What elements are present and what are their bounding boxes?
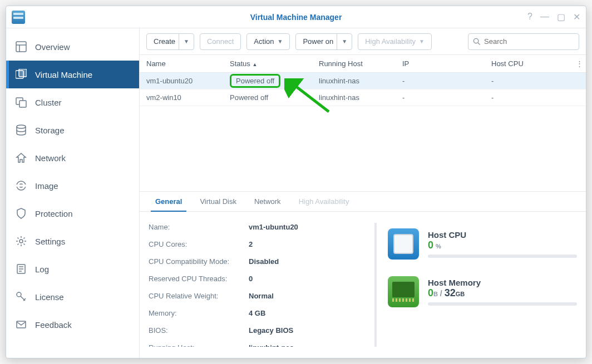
power-button[interactable]: Power on▼: [295, 33, 352, 50]
table-row[interactable]: vm1-ubuntu20 Powered off linuxhint-nas -…: [140, 73, 586, 89]
sidebar-item-virtual-machine[interactable]: Virtual Machine: [6, 61, 139, 88]
sidebar-item-label: Image: [35, 181, 58, 191]
stat-used: 0: [428, 287, 433, 298]
col-more-icon[interactable]: ⋮: [573, 59, 586, 68]
window-controls: ? — ▢ ✕: [527, 12, 580, 22]
prop-key: CPU Relative Weight:: [149, 292, 249, 300]
table-row[interactable]: vm2-win10 Powered off linuxhint-nas - -: [140, 89, 586, 106]
svg-rect-0: [16, 42, 26, 52]
sidebar-item-overview[interactable]: Overview: [6, 33, 139, 61]
chevron-down-icon[interactable]: ▼: [179, 34, 194, 49]
stat-title: Host Memory: [428, 278, 577, 287]
sidebar-item-license[interactable]: License: [6, 283, 139, 311]
stat-cpu: Host CPU 0 %: [388, 228, 577, 260]
col-cpu[interactable]: Host CPU: [491, 59, 573, 68]
protection-icon: [15, 207, 27, 220]
stat-unit: %: [436, 243, 441, 250]
prop-val: Legacy BIOS: [249, 326, 293, 335]
detail-stats: Host CPU 0 % Host Memory 0B / 32GB: [388, 223, 577, 347]
close-icon[interactable]: ✕: [573, 12, 580, 22]
tab-general[interactable]: General: [146, 192, 191, 211]
prop-key: CPU Compatibility Mode:: [149, 257, 249, 266]
cell-ip: -: [402, 93, 491, 102]
col-ip[interactable]: IP: [402, 59, 491, 68]
stat-bar: [428, 255, 577, 258]
sidebar-item-feedback[interactable]: Feedback: [6, 311, 139, 338]
prop-key: Running Host:: [149, 343, 249, 347]
cell-cpu: -: [491, 77, 573, 85]
sidebar-item-label: Feedback: [35, 320, 72, 330]
stat-bar: [428, 302, 577, 306]
chevron-down-icon[interactable]: ▼: [337, 34, 352, 49]
svg-rect-4: [19, 69, 27, 77]
cpu-icon: [388, 228, 419, 260]
connect-button[interactable]: Connect: [200, 33, 241, 50]
create-button[interactable]: Create▼: [146, 33, 194, 50]
log-icon: [15, 263, 27, 275]
tab-network[interactable]: Network: [245, 192, 290, 211]
sort-asc-icon: ▲: [252, 62, 257, 67]
search-box[interactable]: [468, 33, 579, 50]
sidebar-item-label: Virtual Machine: [35, 70, 92, 79]
sidebar-item-label: Cluster: [35, 98, 62, 107]
app-window: Virtual Machine Manager ? — ▢ ✕ Overview…: [6, 6, 586, 358]
stat-total-unit: GB: [456, 291, 465, 297]
help-icon[interactable]: ?: [527, 12, 532, 22]
sidebar-item-label: Log: [35, 265, 49, 274]
stat-memory: Host Memory 0B / 32GB: [388, 276, 577, 307]
mail-icon: [15, 318, 27, 331]
prop-val: 2: [249, 240, 253, 248]
stat-total: 32: [445, 287, 456, 298]
prop-val: 0: [249, 275, 253, 283]
sidebar-item-log[interactable]: Log: [6, 255, 139, 283]
overview-icon: [15, 41, 27, 53]
sidebar-item-protection[interactable]: Protection: [6, 200, 139, 227]
sidebar-item-label: Protection: [35, 209, 73, 218]
prop-key: Memory:: [149, 309, 249, 317]
svg-point-17: [17, 292, 21, 297]
col-name[interactable]: Name: [146, 59, 230, 68]
sidebar-item-cluster[interactable]: Cluster: [6, 88, 139, 116]
cell-name: vm2-win10: [146, 93, 230, 102]
svg-rect-11: [16, 185, 26, 187]
cell-name: vm1-ubuntu20: [146, 77, 230, 85]
storage-icon: [15, 124, 27, 136]
toolbar: Create▼ Connect Action ▼ Power on▼ High …: [140, 28, 586, 55]
stat-title: Host CPU: [428, 230, 577, 240]
memory-icon: [388, 276, 419, 307]
detail-tabs: General Virtual Disk Network High Availa…: [140, 192, 586, 212]
prop-key: BIOS:: [149, 326, 249, 335]
sidebar-item-storage[interactable]: Storage: [6, 116, 139, 144]
app-icon: [12, 11, 25, 24]
sidebar-item-settings[interactable]: Settings: [6, 227, 139, 255]
sidebar-item-network[interactable]: Network: [6, 144, 139, 172]
svg-rect-18: [17, 321, 26, 328]
ha-button[interactable]: High Availability ▼: [358, 33, 432, 50]
action-button[interactable]: Action ▼: [246, 33, 290, 50]
sidebar: Overview Virtual Machine Cluster Storage…: [6, 28, 140, 358]
col-status[interactable]: Status ▲: [230, 59, 319, 68]
chevron-down-icon: ▼: [278, 38, 283, 44]
image-icon: [15, 179, 27, 192]
prop-key: Name:: [149, 223, 249, 231]
status-highlight: Powered off: [230, 74, 280, 88]
annotation-arrow: [284, 78, 334, 117]
sidebar-item-label: Network: [35, 153, 66, 163]
main-panel: Create▼ Connect Action ▼ Power on▼ High …: [140, 28, 586, 358]
tab-virtual-disk[interactable]: Virtual Disk: [191, 192, 245, 211]
prop-val: 4 GB: [249, 309, 265, 317]
key-icon: [15, 291, 27, 303]
sidebar-item-image[interactable]: Image: [6, 172, 139, 200]
maximize-icon[interactable]: ▢: [557, 12, 565, 22]
sidebar-item-label: Settings: [35, 237, 65, 246]
stat-value: 0: [428, 240, 433, 251]
prop-val: Normal: [249, 292, 274, 300]
sidebar-item-label: Overview: [35, 42, 70, 52]
minimize-icon[interactable]: —: [540, 12, 549, 22]
sidebar-item-label: Storage: [35, 126, 65, 135]
col-host[interactable]: Running Host: [319, 59, 402, 68]
search-input[interactable]: [484, 37, 578, 46]
tab-high-availability[interactable]: High Availability: [290, 192, 358, 211]
detail-panel: General Virtual Disk Network High Availa…: [140, 191, 586, 358]
table-header: Name Status ▲ Running Host IP Host CPU ⋮: [140, 55, 586, 73]
